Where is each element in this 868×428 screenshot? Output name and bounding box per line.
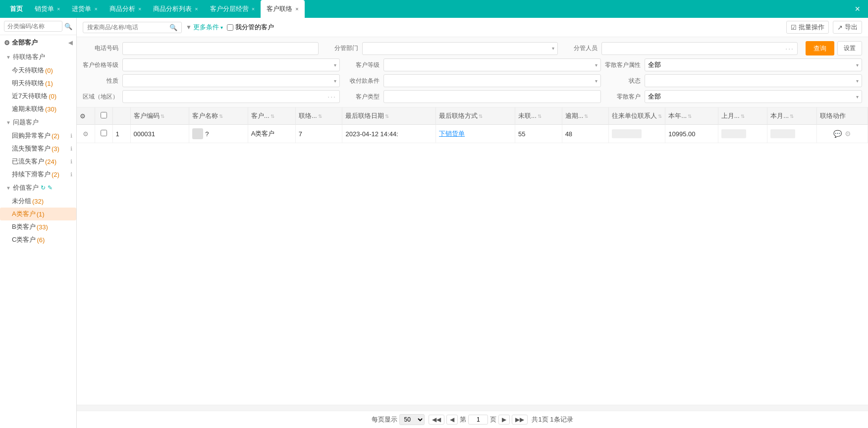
info-icon: ℹ xyxy=(70,146,72,152)
chevron-down-icon: ▾ xyxy=(595,62,597,68)
filter-search-input[interactable] xyxy=(87,24,169,31)
customer-level-field: 客户等级 ▾ xyxy=(344,58,601,71)
sidebar-item-tomorrow[interactable]: 明天待联络(1) xyxy=(0,77,76,90)
sidebar-item-declining[interactable]: 持续下滑客户(2) ℹ xyxy=(0,168,76,181)
select-all-checkbox[interactable] xyxy=(101,112,107,118)
region-input[interactable]: ··· xyxy=(122,90,340,103)
checkbox-column-header[interactable] xyxy=(95,107,112,125)
sidebar-item-class-c[interactable]: C类客户(6) xyxy=(0,233,76,246)
batch-operation-button[interactable]: ☑ 批量操作 xyxy=(786,21,829,34)
filter-row-3: 性质 ▾ 收付款条件 ▾ 状态 xyxy=(83,74,862,87)
nav-tab-home[interactable]: 首页 xyxy=(4,0,29,18)
this-month-column-header[interactable]: 本月...⇅ xyxy=(767,107,817,125)
query-button[interactable]: 查询 xyxy=(806,41,834,55)
refresh-icon[interactable]: ↻ xyxy=(41,184,46,191)
unit-contact-column-header[interactable]: 往来单位联系人⇅ xyxy=(609,107,665,125)
customer-level-select[interactable]: ▾ xyxy=(383,58,601,71)
row-gear[interactable]: ⚙ xyxy=(77,125,95,143)
nav-tab-customer-contact[interactable]: 客户联络 × xyxy=(261,0,304,18)
close-window-button[interactable]: × xyxy=(851,4,864,14)
person-input[interactable]: ··· xyxy=(601,42,798,55)
phone-input[interactable] xyxy=(122,42,319,55)
category-column-header[interactable]: 客户...⇅ xyxy=(248,107,295,125)
status-select[interactable]: ▾ xyxy=(645,74,862,87)
close-icon[interactable]: × xyxy=(252,6,255,12)
row-last-method[interactable]: 下销货单 xyxy=(436,125,515,143)
close-icon[interactable]: × xyxy=(295,6,298,12)
sidebar-item-class-a[interactable]: A类客户(1) xyxy=(0,208,76,220)
pending-group-label[interactable]: ▼ 待联络客户 xyxy=(0,50,76,64)
page-size-select-input[interactable]: 50 100 200 xyxy=(399,414,425,425)
comment-icon[interactable]: 💬 xyxy=(833,130,842,138)
sidebar-item-7days[interactable]: 近7天待联络(0) xyxy=(0,90,76,103)
payment-select[interactable]: ▾ xyxy=(383,74,601,87)
chevron-down-icon: ▾ xyxy=(595,78,597,84)
row-code[interactable]: 000031 xyxy=(130,125,189,143)
problem-group-label[interactable]: ▼ 问题客户 xyxy=(0,115,76,129)
code-column-header[interactable]: 客户编码⇅ xyxy=(130,107,189,125)
more-conditions-button[interactable]: ▼ 更多条件 ▾ xyxy=(186,23,223,32)
close-icon[interactable]: × xyxy=(94,6,97,12)
sidebar-item-today[interactable]: 今天待联络(0) xyxy=(0,64,76,77)
next-page-button[interactable]: ▶ xyxy=(498,415,510,425)
sidebar-search-button[interactable]: 🔍 xyxy=(64,23,72,30)
sort-icon: ⇅ xyxy=(688,113,692,119)
sidebar-item-unclassified[interactable]: 未分组(32) xyxy=(0,195,76,208)
nav-tab-analysis[interactable]: 商品分析 × xyxy=(104,0,147,18)
value-group-label[interactable]: ▼ 价值客户 ↻ ✎ xyxy=(0,181,76,195)
sidebar-item-overdue[interactable]: 逾期未联络(30) xyxy=(0,103,76,115)
last-date-column-header[interactable]: 最后联络日期⇅ xyxy=(342,107,436,125)
nav-tab-purchase[interactable]: 进货单 × xyxy=(66,0,103,18)
sidebar-search-input[interactable] xyxy=(4,21,62,32)
last-page-button[interactable]: ▶▶ xyxy=(512,415,528,425)
chevron-down-icon: ▾ xyxy=(856,62,859,68)
settings-button[interactable]: 设置 xyxy=(837,41,862,55)
close-icon[interactable]: × xyxy=(138,6,141,12)
export-button[interactable]: ↗ 导出 xyxy=(833,21,862,34)
nav-tab-analysis-list[interactable]: 商品分析列表 × xyxy=(147,0,204,18)
edit-icon[interactable]: ✎ xyxy=(48,184,53,191)
collapse-icon[interactable]: ◀ xyxy=(68,40,72,46)
nature-select[interactable]: ▾ xyxy=(122,74,340,87)
horizontal-scrollbar[interactable] xyxy=(77,405,868,411)
this-year-column-header[interactable]: 本年...⇅ xyxy=(665,107,718,125)
sidebar-item-churned[interactable]: 已流失客户(24) ℹ xyxy=(0,155,76,168)
last-month-column-header[interactable]: 上月...⇅ xyxy=(718,107,767,125)
nav-tab-sales[interactable]: 销货单 × xyxy=(29,0,66,18)
row-overdue: 48 xyxy=(562,125,609,143)
sidebar-item-class-b[interactable]: B类客户(33) xyxy=(0,220,76,233)
filter-row-4: 区域（地区） ··· 客户类型 零散客户 全部 ▾ xyxy=(83,90,862,103)
sort-icon: ⇅ xyxy=(790,113,794,119)
close-icon[interactable]: × xyxy=(195,6,198,12)
first-page-button[interactable]: ◀◀ xyxy=(429,415,444,425)
my-customers-checkbox-input[interactable] xyxy=(227,24,233,31)
row-actions: 💬 ⚙ xyxy=(817,125,868,143)
chevron-down-icon: ▾ xyxy=(220,25,223,30)
all-customers-header[interactable]: ⚙ 全部客户 ◀ xyxy=(0,35,76,50)
search-icon[interactable]: 🔍 xyxy=(169,24,177,31)
overdue-column-header[interactable]: 逾期...⇅ xyxy=(562,107,609,125)
row-checkbox[interactable] xyxy=(101,130,107,136)
row-name[interactable]: ? xyxy=(189,125,248,143)
page-number-input[interactable] xyxy=(468,415,488,425)
sidebar-item-repurchase-abnormal[interactable]: 回购异常客户(2) ℹ xyxy=(0,129,76,142)
prev-page-button[interactable]: ◀ xyxy=(446,415,458,425)
no-contact-column-header[interactable]: 未联...⇅ xyxy=(515,107,562,125)
nav-tab-customer-segment[interactable]: 客户分层经营 × xyxy=(204,0,261,18)
settings-action-icon[interactable]: ⚙ xyxy=(845,130,851,138)
close-icon[interactable]: × xyxy=(57,6,60,12)
sidebar-item-churn-warning[interactable]: 流失预警客户(3) ℹ xyxy=(0,142,76,155)
dept-select[interactable]: ▾ xyxy=(362,42,558,55)
price-level-select[interactable]: ▾ xyxy=(122,58,340,71)
row-no-contact: 55 xyxy=(515,125,562,143)
row-checkbox-cell[interactable] xyxy=(95,125,112,143)
retail-attr-select[interactable]: 全部 ▾ xyxy=(645,58,862,71)
customer-type-input[interactable] xyxy=(383,90,601,103)
last-method-column-header[interactable]: 最后联络方式⇅ xyxy=(436,107,515,125)
name-column-header[interactable]: 客户名称⇅ xyxy=(189,107,248,125)
contact-column-header[interactable]: 联络...⇅ xyxy=(295,107,342,125)
retail-customer-select[interactable]: 全部 ▾ xyxy=(645,90,862,103)
index-column-header xyxy=(112,107,130,125)
my-customers-checkbox[interactable]: 我分管的客户 xyxy=(227,23,274,32)
settings-column-header[interactable]: ⚙ xyxy=(77,107,95,125)
